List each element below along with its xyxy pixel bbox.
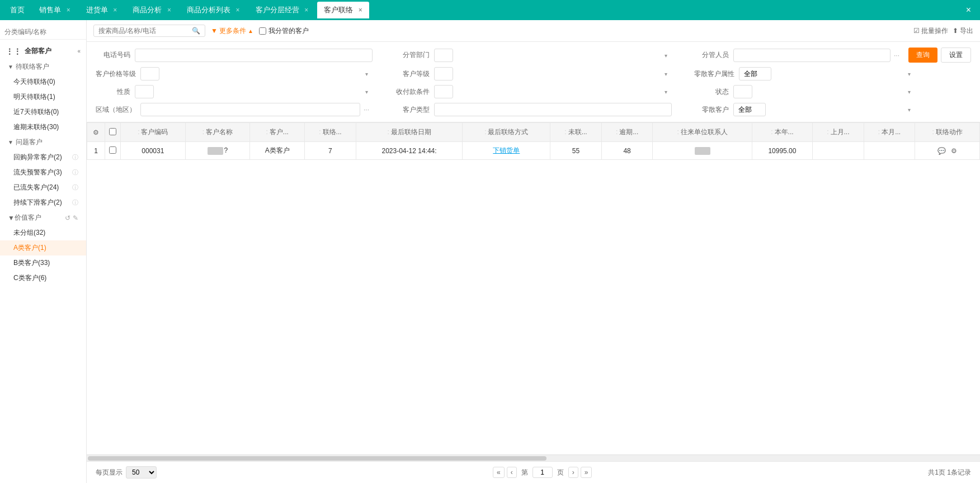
info-icon-2: ⓘ: [72, 168, 78, 177]
page-first-button[interactable]: «: [493, 467, 505, 478]
row-category: A类客户: [250, 142, 305, 160]
manager-input[interactable]: [733, 49, 891, 62]
col-last-month[interactable]: :上月...: [813, 123, 864, 142]
declining-item[interactable]: 持续下滑客户(2) ⓘ: [0, 195, 86, 210]
bulk-op-button[interactable]: ☑ 批量操作: [913, 26, 948, 36]
col-category[interactable]: :客户...: [250, 123, 305, 142]
col-no-contact[interactable]: :未联...: [550, 123, 602, 142]
nav-tab-purchase[interactable]: 进货单 ×: [79, 2, 124, 18]
page-input[interactable]: [533, 467, 553, 478]
ungrouped-item[interactable]: 未分组(32): [0, 225, 86, 240]
my-customers-checkbox[interactable]: [259, 27, 266, 35]
value-customers-group[interactable]: ▼ 价值客户 ↺ ✎: [0, 210, 86, 225]
col-contact-count[interactable]: :联络...: [305, 123, 356, 142]
row-checkbox-cell[interactable]: [105, 142, 121, 160]
row-checkbox[interactable]: [109, 146, 116, 154]
nav-home[interactable]: 首页: [4, 2, 30, 18]
class-a-item[interactable]: A类客户(1): [0, 240, 86, 255]
col-code[interactable]: :客户编码: [121, 123, 186, 142]
message-icon[interactable]: 💬: [937, 147, 946, 155]
today-pending-item[interactable]: 今天待联络(0): [0, 74, 86, 89]
page-next-button[interactable]: ›: [568, 467, 578, 478]
problem-customers-group[interactable]: ▼ 问题客户: [0, 135, 86, 150]
close-sales-tab[interactable]: ×: [67, 6, 70, 14]
dept-select[interactable]: [434, 49, 453, 62]
nav-tab-product-analysis[interactable]: 商品分析 ×: [126, 2, 178, 18]
total-label: 共1页 1条记录: [928, 468, 971, 477]
repurchase-abnormal-label: 回购异常客户(2): [13, 153, 62, 162]
col-action[interactable]: :联络动作: [915, 123, 980, 142]
customer-grade-select[interactable]: [434, 67, 453, 80]
region-input[interactable]: [140, 103, 360, 116]
filter-row-1: 电话号码 分管部门 分管人员 ···: [96, 48, 971, 63]
horizontal-scrollbar[interactable]: [87, 454, 980, 461]
sidebar-search-input[interactable]: [4, 28, 87, 36]
filter-search-input[interactable]: [98, 27, 192, 35]
close-purchase-tab[interactable]: ×: [113, 6, 117, 14]
col-this-year[interactable]: :本年...: [752, 123, 812, 142]
overdue-contact-item[interactable]: 逾期未联络(30): [0, 120, 86, 135]
nav-tab-customer-tier[interactable]: 客户分层经营 ×: [249, 2, 315, 18]
manager-dots[interactable]: ···: [891, 51, 903, 59]
filter-search-icon[interactable]: 🔍: [192, 27, 200, 35]
nav-tab-product-analysis-list[interactable]: 商品分析列表 ×: [180, 2, 247, 18]
nature-select[interactable]: [135, 85, 154, 98]
page-last-button[interactable]: »: [581, 467, 592, 478]
class-b-item[interactable]: B类客户(33): [0, 255, 86, 271]
query-button[interactable]: 查询: [908, 48, 937, 63]
close-all-button[interactable]: ×: [962, 3, 976, 17]
row-last-method[interactable]: 下销货单: [463, 142, 550, 160]
checkbox-header[interactable]: [105, 123, 121, 142]
more-filters-button[interactable]: ▼ 更多条件 ▲: [211, 26, 253, 36]
row-code: 000031: [121, 142, 186, 160]
export-button[interactable]: ⬆ 导出: [953, 26, 973, 36]
tomorrow-pending-item[interactable]: 明天待联络(1): [0, 89, 86, 105]
col-unit-contact[interactable]: :往来单位联系人: [653, 123, 752, 142]
region-dots[interactable]: ···: [360, 106, 373, 113]
refresh-icon[interactable]: ↺: [65, 214, 70, 222]
gear-icon[interactable]: ⚙: [93, 129, 99, 136]
gear-header[interactable]: ⚙: [87, 123, 105, 142]
col-last-method[interactable]: :最后联络方式: [463, 123, 550, 142]
col-overdue[interactable]: :逾期...: [601, 123, 653, 142]
nav-tab-customer-contact[interactable]: 客户联络 ×: [317, 2, 369, 18]
churned-item[interactable]: 已流失客户(24) ⓘ: [0, 180, 86, 195]
close-customer-contact-tab[interactable]: ×: [359, 6, 362, 14]
all-customers-section[interactable]: ⋮⋮ 全部客户 «: [0, 43, 86, 59]
week-pending-item[interactable]: 近7天待联络(0): [0, 105, 86, 120]
phone-input[interactable]: [135, 49, 373, 62]
nav-tab-sales[interactable]: 销售单 ×: [32, 2, 77, 18]
churn-warning-item[interactable]: 流失预警客户(3) ⓘ: [0, 165, 86, 180]
class-c-item[interactable]: C类客户(6): [0, 271, 86, 286]
close-customer-tier-tab[interactable]: ×: [304, 6, 308, 14]
close-product-analysis-tab[interactable]: ×: [167, 6, 171, 14]
retail-customer-select[interactable]: 全部: [733, 103, 766, 116]
customer-type-input[interactable]: [434, 103, 672, 116]
sidebar-collapse-icon[interactable]: «: [77, 48, 81, 54]
value-arrow: ▼: [8, 214, 15, 222]
scrollbar-thumb[interactable]: [88, 456, 546, 461]
per-page-label: 每页显示: [96, 468, 123, 477]
col-name[interactable]: :客户名称: [185, 123, 250, 142]
price-grade-select[interactable]: [140, 67, 159, 80]
customer-grade-label: 客户等级: [395, 69, 434, 79]
col-last-date[interactable]: :最后联络日期: [356, 123, 463, 142]
settings-button[interactable]: 设置: [941, 48, 971, 63]
edit-icon[interactable]: ✎: [73, 214, 78, 222]
filter-bar: 🔍 ▼ 更多条件 ▲ 我分管的客户 ☑ 批量操作 ⬆ 导出: [87, 20, 980, 42]
col-this-month[interactable]: :本月...: [864, 123, 915, 142]
close-product-analysis-list-tab[interactable]: ×: [236, 6, 240, 14]
payment-select[interactable]: [434, 85, 453, 98]
page-prev-button[interactable]: ‹: [507, 467, 517, 478]
repurchase-abnormal-item[interactable]: 回购异常客户(2) ⓘ: [0, 150, 86, 165]
row-unit-contact: [653, 142, 752, 160]
action-settings-icon[interactable]: ⚙: [951, 147, 957, 155]
my-customers-checkbox-wrap[interactable]: 我分管的客户: [259, 26, 309, 36]
retail-attr-select[interactable]: 全部: [739, 67, 771, 80]
pending-contact-group[interactable]: ▼ 待联络客户: [0, 59, 86, 74]
select-all-checkbox[interactable]: [109, 128, 116, 135]
ungrouped-label: 未分组(32): [13, 228, 45, 238]
status-select[interactable]: [733, 85, 752, 98]
per-page-select[interactable]: 50 20 100: [126, 466, 157, 479]
filter-search-wrap: 🔍: [93, 25, 205, 37]
